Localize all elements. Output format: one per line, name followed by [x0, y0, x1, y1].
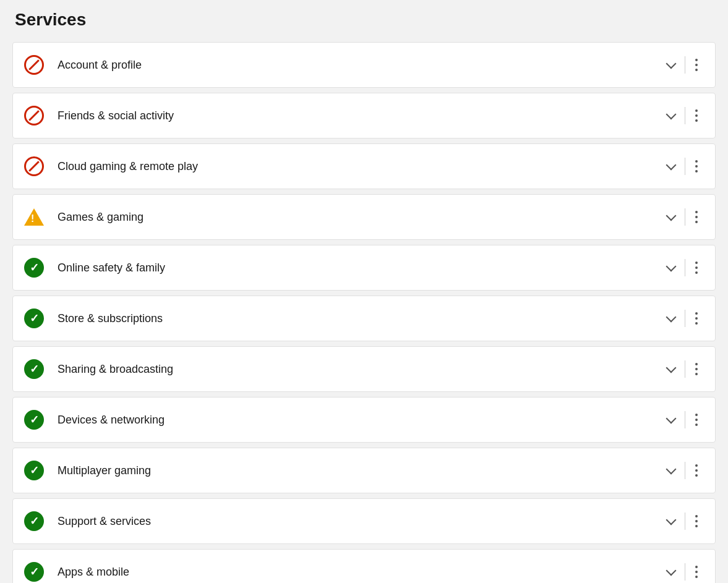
expand-button-apps-mobile[interactable]	[660, 562, 682, 582]
expand-button-online-safety[interactable]	[660, 258, 682, 278]
expand-button-cloud-gaming[interactable]	[660, 156, 682, 176]
more-button-friends-social[interactable]	[688, 104, 705, 127]
status-icon-support-services	[23, 510, 45, 532]
service-row-games-gaming[interactable]: Games & gaming	[12, 194, 716, 240]
service-label-sharing-broadcasting: Sharing & broadcasting	[58, 363, 660, 376]
chevron-down-icon	[666, 515, 677, 526]
status-icon-multiplayer-gaming	[23, 459, 45, 482]
more-button-store-subscriptions[interactable]	[688, 307, 705, 330]
chevron-down-icon	[666, 109, 677, 120]
chevron-down-icon	[666, 312, 677, 323]
divider	[685, 462, 685, 479]
divider	[685, 158, 685, 175]
row-actions-support-services	[660, 510, 705, 532]
expand-button-friends-social[interactable]	[660, 106, 682, 126]
expand-button-account-profile[interactable]	[660, 55, 682, 75]
divider	[685, 56, 685, 74]
service-label-apps-mobile: Apps & mobile	[58, 566, 660, 579]
more-button-cloud-gaming[interactable]	[688, 155, 705, 177]
more-button-multiplayer-gaming[interactable]	[688, 459, 705, 482]
more-button-devices-networking[interactable]	[688, 409, 705, 431]
service-row-account-profile[interactable]: Account & profile	[12, 42, 716, 88]
service-label-friends-social: Friends & social activity	[58, 109, 660, 122]
service-row-multiplayer-gaming[interactable]: Multiplayer gaming	[12, 448, 716, 493]
expand-button-devices-networking[interactable]	[660, 410, 682, 430]
more-dots-icon	[695, 566, 698, 578]
blocked-icon	[24, 106, 44, 126]
service-row-cloud-gaming[interactable]: Cloud gaming & remote play	[12, 143, 716, 189]
check-icon	[24, 461, 44, 480]
expand-button-sharing-broadcasting[interactable]	[660, 359, 682, 379]
status-icon-account-profile	[23, 54, 45, 76]
service-label-online-safety: Online safety & family	[58, 262, 660, 274]
warning-icon	[24, 208, 44, 226]
service-row-apps-mobile[interactable]: Apps & mobile	[12, 549, 716, 583]
divider	[685, 513, 685, 530]
expand-button-multiplayer-gaming[interactable]	[660, 461, 682, 480]
status-icon-friends-social	[23, 104, 45, 127]
row-actions-sharing-broadcasting	[660, 358, 705, 380]
divider	[685, 259, 685, 276]
service-row-store-subscriptions[interactable]: Store & subscriptions	[12, 296, 716, 341]
service-row-sharing-broadcasting[interactable]: Sharing & broadcasting	[12, 346, 716, 392]
divider	[685, 563, 685, 581]
status-icon-sharing-broadcasting	[23, 358, 45, 380]
chevron-down-icon	[666, 160, 677, 171]
status-icon-games-gaming	[23, 206, 45, 228]
divider	[685, 310, 685, 327]
row-actions-friends-social	[660, 104, 705, 127]
more-dots-icon	[695, 211, 698, 223]
service-row-devices-networking[interactable]: Devices & networking	[12, 397, 716, 443]
more-dots-icon	[695, 363, 698, 375]
expand-button-store-subscriptions[interactable]	[660, 309, 682, 328]
check-icon	[24, 258, 44, 278]
status-icon-online-safety	[23, 257, 45, 279]
chevron-down-icon	[666, 566, 677, 576]
chevron-down-icon	[666, 363, 677, 373]
row-actions-store-subscriptions	[660, 307, 705, 330]
chevron-down-icon	[666, 59, 677, 69]
service-label-games-gaming: Games & gaming	[58, 211, 660, 224]
expand-button-support-services[interactable]	[660, 511, 682, 531]
row-actions-online-safety	[660, 257, 705, 279]
page-title: Services	[12, 10, 716, 30]
services-list: Account & profile Friends & social activ…	[12, 42, 716, 583]
chevron-down-icon	[666, 464, 677, 475]
status-icon-apps-mobile	[23, 561, 45, 583]
chevron-down-icon	[666, 211, 677, 221]
blocked-icon	[24, 55, 44, 75]
more-button-games-gaming[interactable]	[688, 206, 705, 228]
more-button-online-safety[interactable]	[688, 257, 705, 279]
page-container: Services Account & profile Friends & soc…	[0, 0, 728, 583]
more-dots-icon	[695, 160, 698, 172]
service-label-devices-networking: Devices & networking	[58, 414, 660, 427]
check-icon	[24, 511, 44, 531]
row-actions-games-gaming	[660, 206, 705, 228]
service-label-store-subscriptions: Store & subscriptions	[58, 312, 660, 325]
more-button-support-services[interactable]	[688, 510, 705, 532]
chevron-down-icon	[666, 262, 677, 272]
more-button-account-profile[interactable]	[688, 54, 705, 76]
service-label-support-services: Support & services	[58, 515, 660, 528]
more-button-apps-mobile[interactable]	[688, 561, 705, 583]
expand-button-games-gaming[interactable]	[660, 207, 682, 227]
more-dots-icon	[695, 515, 698, 527]
more-dots-icon	[695, 59, 698, 71]
service-row-friends-social[interactable]: Friends & social activity	[12, 93, 716, 138]
service-row-support-services[interactable]: Support & services	[12, 498, 716, 544]
check-icon	[24, 562, 44, 582]
more-dots-icon	[695, 109, 698, 122]
more-dots-icon	[695, 262, 698, 274]
divider	[685, 107, 685, 124]
more-dots-icon	[695, 414, 698, 426]
row-actions-apps-mobile	[660, 561, 705, 583]
divider	[685, 360, 685, 378]
more-dots-icon	[695, 464, 698, 477]
chevron-down-icon	[666, 414, 677, 424]
more-button-sharing-broadcasting[interactable]	[688, 358, 705, 380]
more-dots-icon	[695, 312, 698, 325]
service-label-multiplayer-gaming: Multiplayer gaming	[58, 464, 660, 477]
check-icon	[24, 359, 44, 379]
divider	[685, 411, 685, 428]
service-row-online-safety[interactable]: Online safety & family	[12, 245, 716, 291]
